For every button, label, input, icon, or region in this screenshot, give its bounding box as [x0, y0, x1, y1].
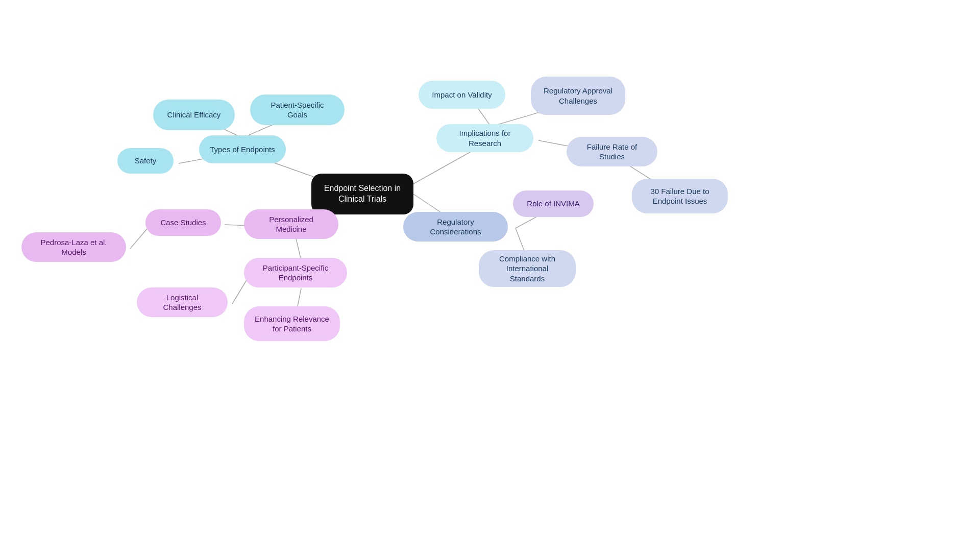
role-of-invima-node[interactable]: Role of INVIMA	[513, 190, 594, 217]
impact-on-validity-node[interactable]: Impact on Validity	[419, 81, 505, 109]
logistical-challenges-node[interactable]: Logistical Challenges	[137, 287, 228, 317]
enhancing-relevance-node[interactable]: Enhancing Relevance for Patients	[244, 306, 340, 341]
mindmap-canvas: Endpoint Selection in Clinical Trials Ty…	[0, 0, 980, 553]
personalized-medicine-node[interactable]: Personalized Medicine	[244, 209, 338, 239]
compliance-international-node[interactable]: Compliance with International Standards	[479, 250, 576, 287]
regulatory-approval-challenges-node[interactable]: Regulatory Approval Challenges	[531, 77, 625, 115]
pedrosa-laza-node[interactable]: Pedrosa-Laza et al. Models	[21, 232, 126, 262]
center-node[interactable]: Endpoint Selection in Clinical Trials	[311, 174, 413, 214]
svg-line-15	[296, 238, 301, 260]
types-of-endpoints-node[interactable]: Types of Endpoints	[199, 135, 286, 163]
participant-specific-node[interactable]: Participant-Specific Endpoints	[244, 258, 347, 287]
failure-rate-of-studies-node[interactable]: Failure Rate of Studies	[567, 137, 657, 166]
case-studies-node[interactable]: Case Studies	[145, 209, 221, 236]
clinical-efficacy-node[interactable]: Clinical Efficacy	[153, 100, 235, 130]
failure-due-to-endpoint-node[interactable]: 30 Failure Due to Endpoint Issues	[632, 179, 728, 213]
svg-line-17	[297, 288, 301, 309]
regulatory-considerations-node[interactable]: Regulatory Considerations	[403, 212, 508, 242]
implications-for-research-node[interactable]: Implications for Research	[436, 124, 533, 152]
patient-specific-goals-node[interactable]: Patient-Specific Goals	[250, 94, 345, 125]
safety-node[interactable]: Safety	[117, 148, 174, 174]
